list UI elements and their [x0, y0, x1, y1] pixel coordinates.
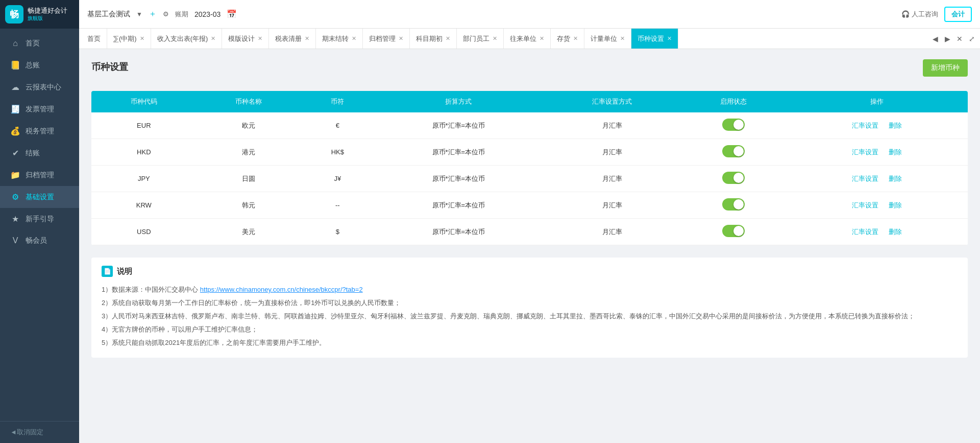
tab-home-label: 首页: [87, 34, 101, 43]
note-item-4: 4）无官方牌价的币种，可以用户手工维护汇率信息；: [102, 323, 958, 336]
toggle-1[interactable]: [722, 145, 745, 157]
delete-link-4[interactable]: 删除: [889, 228, 902, 236]
sidebar-item-settings[interactable]: ⚙ 基础设置: [0, 186, 79, 208]
notes-title: 📄 说明: [102, 266, 958, 277]
tab-archive-close[interactable]: ✕: [399, 35, 403, 42]
topbar-settings-icon[interactable]: ⚙: [163, 10, 169, 18]
cell-rate-1: 月汇率: [543, 139, 680, 166]
tab-period-close[interactable]: ✕: [352, 35, 356, 42]
tab-units[interactable]: 计量单位 ✕: [584, 29, 631, 49]
tab-taxclear[interactable]: 税表清册 ✕: [269, 29, 316, 49]
sidebar-item-ledger[interactable]: 📒 总账: [0, 54, 79, 76]
tab-inventory[interactable]: 存货 ✕: [551, 29, 584, 49]
sidebar-label-reports: 云报表中心: [26, 83, 61, 92]
sidebar-item-guide[interactable]: ★ 新手引导: [0, 208, 79, 230]
col-symbol: 币符: [301, 91, 374, 112]
tab-archive[interactable]: 归档管理 ✕: [363, 29, 410, 49]
support-btn[interactable]: 🎧 人工咨询: [901, 10, 938, 19]
calendar-icon[interactable]: 📅: [227, 9, 237, 19]
notes-title-text: 说明: [117, 267, 132, 276]
checkout-icon: ✔: [10, 148, 20, 158]
tab-balance-close[interactable]: ✕: [140, 35, 144, 42]
tab-subjects[interactable]: 科目期初 ✕: [410, 29, 457, 49]
tab-template-close[interactable]: ✕: [258, 35, 262, 42]
tab-income[interactable]: 收入支出表(年报) ✕: [151, 29, 223, 49]
project-dropdown-icon[interactable]: ▼: [136, 11, 142, 18]
table-row: USD 美元 $ 原币*汇率=本位币 月汇率 汇率设置 删除: [91, 219, 968, 245]
add-tab-icon[interactable]: ＋: [149, 9, 157, 19]
toggle-2[interactable]: [722, 172, 745, 184]
rate-setting-link-2[interactable]: 汇率设置: [852, 175, 878, 182]
new-currency-button[interactable]: 新增币种: [923, 59, 968, 77]
tab-period[interactable]: 期末结转 ✕: [316, 29, 363, 49]
tab-subjects-close[interactable]: ✕: [446, 35, 450, 42]
delete-link-0[interactable]: 删除: [889, 122, 902, 129]
rate-setting-link-0[interactable]: 汇率设置: [852, 122, 878, 129]
tabs-prev-btn[interactable]: ◀: [929, 33, 941, 45]
sidebar-label-checkout: 结账: [26, 149, 40, 158]
period-value: 2023-03: [194, 10, 220, 18]
toggle-4[interactable]: [722, 225, 745, 237]
tabs-expand-btn[interactable]: ⤢: [966, 33, 978, 45]
cell-code-2: JPY: [91, 166, 197, 192]
tab-income-close[interactable]: ✕: [211, 35, 215, 42]
sidebar-item-checkout[interactable]: ✔ 结账: [0, 142, 79, 164]
sidebar-item-archive[interactable]: 📁 归档管理: [0, 164, 79, 186]
rate-setting-link-4[interactable]: 汇率设置: [852, 228, 878, 236]
cell-rate-0: 月汇率: [543, 112, 680, 139]
cell-code-4: USD: [91, 219, 197, 245]
tab-employees-close[interactable]: ✕: [493, 35, 497, 42]
sidebar-logo: 畅 畅捷通好会计 旗舰版: [0, 0, 79, 29]
main-area: 基层工会测试 ▼ ＋ ⚙ 账期 2023-03 📅 🎧 人工咨询 会计 首页 ⅀…: [79, 0, 980, 443]
tabs-next-btn[interactable]: ▶: [941, 33, 953, 45]
cell-code-3: KRW: [91, 192, 197, 219]
sidebar-item-invoices[interactable]: 🧾 发票管理: [0, 98, 79, 120]
toggle-3[interactable]: [722, 198, 745, 211]
cell-status-0: [681, 112, 786, 139]
sidebar-item-home[interactable]: ⌂ 首页: [0, 33, 79, 54]
cell-symbol-4: $: [301, 219, 374, 245]
delete-link-1[interactable]: 删除: [889, 148, 902, 156]
sidebar-pin-btn[interactable]: ◄取消固定: [0, 421, 79, 443]
cell-symbol-2: J¥: [301, 166, 374, 192]
support-label: 人工咨询: [912, 10, 938, 19]
tab-units-close[interactable]: ✕: [620, 35, 625, 42]
tab-currency-label: 币种设置: [638, 34, 664, 43]
tab-period-label: 期末结转: [322, 34, 349, 43]
tab-employees[interactable]: 部门员工 ✕: [457, 29, 504, 49]
sidebar-label-tax: 税务管理: [26, 127, 54, 136]
tab-currency-close[interactable]: ✕: [667, 35, 672, 42]
sidebar-label-member: 畅会员: [26, 236, 47, 245]
tab-subjects-label: 科目期初: [416, 34, 443, 43]
sidebar-item-reports[interactable]: ☁ 云报表中心: [0, 76, 79, 98]
tab-partners[interactable]: 往来单位 ✕: [504, 29, 551, 49]
notes-section: 📄 说明 1）数据来源：中国外汇交易中心 https://www.chinamo…: [91, 258, 968, 358]
delete-link-3[interactable]: 删除: [889, 201, 902, 209]
tab-partners-close[interactable]: ✕: [540, 35, 544, 42]
cell-actions-0: 汇率设置 删除: [786, 112, 968, 139]
tab-inventory-close[interactable]: ✕: [573, 35, 578, 42]
sidebar-item-tax[interactable]: 💰 税务管理: [0, 120, 79, 142]
user-role-btn[interactable]: 会计: [944, 7, 972, 22]
toggle-0[interactable]: [722, 119, 745, 131]
note-item-3: 3）人民币对马来西亚林吉特、俄罗斯卢布、南非兰特、韩元、阿联酋迪拉姆、沙特里亚尔…: [102, 310, 958, 323]
cell-name-4: 美元: [197, 219, 302, 245]
tab-taxclear-close[interactable]: ✕: [305, 35, 309, 42]
col-code: 币种代码: [91, 91, 197, 112]
cell-rate-3: 月汇率: [543, 192, 680, 219]
rate-setting-link-1[interactable]: 汇率设置: [852, 148, 878, 156]
note-item-1: 1）数据来源：中国外汇交易中心 https://www.chinamoney.c…: [102, 283, 958, 296]
tab-template[interactable]: 模版设计 ✕: [222, 29, 269, 49]
project-name[interactable]: 基层工会测试: [87, 10, 130, 19]
tab-balance[interactable]: ⅀(中期) ✕: [107, 29, 151, 49]
tab-currency[interactable]: 币种设置 ✕: [631, 29, 678, 49]
sidebar-label-invoices: 发票管理: [26, 105, 54, 114]
rate-setting-link-3[interactable]: 汇率设置: [852, 201, 878, 209]
tab-inventory-label: 存货: [557, 34, 570, 43]
notes-link[interactable]: https://www.chinamoney.com.cn/chinese/bk…: [200, 286, 363, 293]
delete-link-2[interactable]: 删除: [889, 175, 902, 182]
tabs-close-btn[interactable]: ✕: [953, 33, 966, 45]
tab-home[interactable]: 首页: [81, 29, 107, 49]
tab-income-label: 收入支出表(年报): [157, 34, 208, 43]
sidebar-item-member[interactable]: V 畅会员: [0, 230, 79, 251]
